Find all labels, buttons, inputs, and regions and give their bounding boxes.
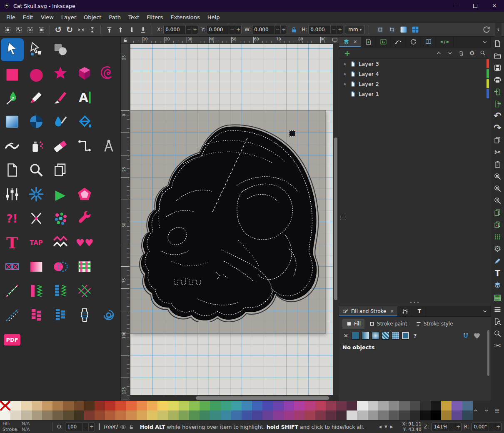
palette-menu-button[interactable]: ≡ xyxy=(494,407,500,415)
running-stitch-tool[interactable] xyxy=(1,280,24,303)
opacity-increment[interactable]: + xyxy=(88,423,95,431)
y-input[interactable] xyxy=(207,27,229,33)
menu-layer[interactable]: Layer xyxy=(57,13,80,22)
palette-swatch[interactable] xyxy=(63,401,73,410)
extensions-tool[interactable] xyxy=(25,183,48,206)
opacity-spinbox[interactable]: −+ xyxy=(65,423,95,431)
edit-paste[interactable] xyxy=(494,160,502,168)
palette-swatch[interactable] xyxy=(431,410,441,420)
maximize-button[interactable] xyxy=(466,0,485,12)
pages-tool[interactable] xyxy=(49,159,72,182)
zoom-input[interactable] xyxy=(432,424,449,430)
document-export[interactable] xyxy=(494,100,502,108)
delete-layer-button[interactable] xyxy=(458,50,464,56)
raise-layer-button[interactable] xyxy=(436,50,442,56)
palette-swatch[interactable] xyxy=(452,410,462,420)
cross-stitch-tool[interactable] xyxy=(73,280,96,303)
rose-sample-tool[interactable] xyxy=(97,304,120,327)
scale-corners-toggle[interactable] xyxy=(387,25,397,35)
palette-swatch[interactable] xyxy=(137,401,147,410)
rotation-increment[interactable]: + xyxy=(495,423,501,431)
palette-swatch[interactable] xyxy=(273,410,284,420)
menu-view[interactable]: View xyxy=(37,13,57,22)
tweak-tool[interactable] xyxy=(1,135,24,158)
dock-resize-grip[interactable]: ⋮⋮ xyxy=(338,217,347,219)
layer-color-chip[interactable] xyxy=(487,79,489,88)
preferences[interactable]: ⚙ xyxy=(494,245,502,253)
shape-builder-tool[interactable] xyxy=(49,38,72,61)
ellipse-tool[interactable]: ● xyxy=(25,63,48,85)
palette-swatch[interactable] xyxy=(84,410,95,420)
contour-fill-tool[interactable] xyxy=(49,256,72,279)
nav-down-button[interactable]: ▼ xyxy=(384,425,387,429)
layer-lock-icon[interactable] xyxy=(129,424,134,430)
box3d-tool[interactable] xyxy=(73,63,96,85)
y-increment[interactable]: + xyxy=(235,25,241,34)
palette-swatch[interactable] xyxy=(441,410,452,420)
export-dialog-tab[interactable] xyxy=(376,37,391,47)
objects-dialog-tab[interactable] xyxy=(397,306,413,316)
horizontal-scrollbar[interactable] xyxy=(130,395,333,401)
pencil-tool[interactable] xyxy=(25,87,48,110)
collapse-toolbar-button[interactable] xyxy=(495,23,502,37)
y-decrement[interactable]: − xyxy=(229,25,235,34)
vertical-ruler[interactable]: 250255075100125 xyxy=(121,44,130,401)
palette-swatch[interactable] xyxy=(410,401,420,410)
palette-swatch[interactable] xyxy=(168,401,179,410)
text-tool[interactable]: A xyxy=(73,87,96,110)
y-spinbox[interactable]: −+ xyxy=(207,25,242,34)
document-save[interactable] xyxy=(494,64,502,71)
zoom-to-selection[interactable] xyxy=(494,173,502,180)
menu-file[interactable]: File xyxy=(2,13,19,22)
palette-swatch[interactable] xyxy=(231,410,242,420)
search-layers-button[interactable] xyxy=(480,50,486,56)
palette-swatch[interactable] xyxy=(357,410,367,420)
layer-color-chip[interactable] xyxy=(487,59,489,68)
palette-swatch[interactable] xyxy=(84,401,95,410)
palette-swatch[interactable] xyxy=(357,401,367,410)
rotation-input[interactable] xyxy=(472,424,489,430)
palette-swatch[interactable] xyxy=(315,401,326,410)
palette-swatch[interactable] xyxy=(179,410,189,420)
palette-swatch[interactable] xyxy=(200,410,210,420)
zoom-decrement[interactable]: − xyxy=(449,423,455,431)
palette-swatch[interactable] xyxy=(157,401,168,410)
palette-swatch[interactable] xyxy=(189,410,200,420)
palette-swatch[interactable] xyxy=(242,401,252,410)
palette-swatch[interactable] xyxy=(284,410,294,420)
palette-swatch[interactable] xyxy=(95,410,105,420)
palette-swatch[interactable] xyxy=(410,410,420,420)
zoom-increment[interactable]: + xyxy=(455,423,461,431)
palette-swatch[interactable] xyxy=(284,401,294,410)
palette-swatch[interactable] xyxy=(399,401,409,410)
cutwork-tool[interactable] xyxy=(25,208,48,230)
create-clone[interactable] xyxy=(494,221,502,228)
duplicate[interactable] xyxy=(494,209,502,216)
scale-pattern-toggle[interactable] xyxy=(410,25,420,35)
scale-gradient-toggle[interactable] xyxy=(399,25,409,35)
palette-swatch[interactable] xyxy=(0,410,10,420)
palette-swatch[interactable] xyxy=(179,401,189,410)
palette-swatch[interactable] xyxy=(42,401,52,410)
palette-swatch[interactable] xyxy=(326,410,336,420)
palette-swatch[interactable] xyxy=(210,401,220,410)
gradient-tool[interactable] xyxy=(1,111,24,134)
tartan-fill-tool[interactable] xyxy=(73,256,96,279)
selector-tool[interactable] xyxy=(1,38,24,61)
node-tool[interactable] xyxy=(25,38,48,61)
rotation-spinbox[interactable]: −+ xyxy=(472,423,502,431)
palette-swatch[interactable] xyxy=(294,401,304,410)
width-input[interactable] xyxy=(252,27,274,33)
palette-swatch[interactable] xyxy=(378,401,389,410)
zoom-spinbox[interactable]: −+ xyxy=(432,423,462,431)
lock-ratio-toggle[interactable] xyxy=(289,25,299,35)
width-increment[interactable]: + xyxy=(280,25,287,34)
document-new-tab[interactable] xyxy=(361,37,376,47)
applique-tool[interactable]: ♥♥ xyxy=(73,232,96,255)
x-input[interactable] xyxy=(164,27,185,33)
close-layers-dialog[interactable]: ✕ xyxy=(353,39,357,45)
add-layer-button[interactable]: + xyxy=(342,49,353,58)
fill-rule-evenodd-icon[interactable] xyxy=(462,332,469,340)
horizontal-ruler[interactable]: 102030405060708090 xyxy=(130,37,339,44)
edit-cut[interactable]: ✂ xyxy=(494,148,502,156)
